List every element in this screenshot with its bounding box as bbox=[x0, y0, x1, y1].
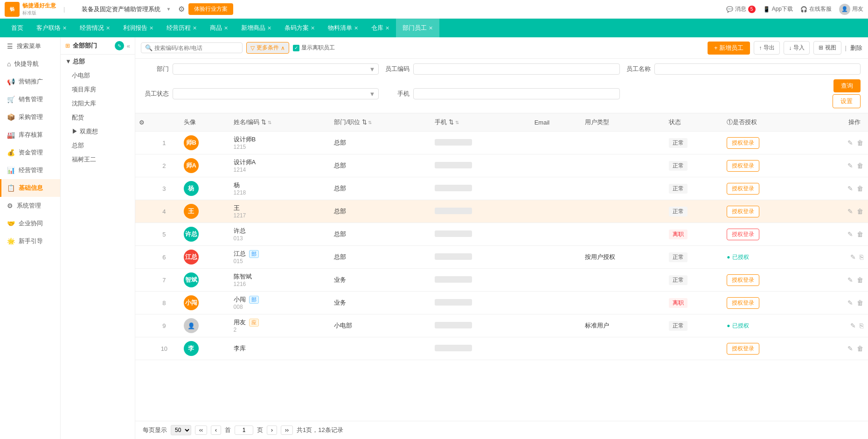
edit-button[interactable]: ✎ bbox=[847, 276, 853, 284]
settings-icon[interactable]: ⚙ bbox=[178, 5, 185, 14]
auth-button[interactable]: 授权登录 bbox=[727, 229, 759, 240]
query-button[interactable]: 查询 bbox=[833, 79, 861, 92]
emp-name-input[interactable] bbox=[654, 63, 861, 75]
sidebar-item-search[interactable]: ☰ 搜索菜单 bbox=[0, 37, 60, 55]
close-icon[interactable]: ✕ bbox=[385, 25, 389, 31]
dept-tree-item-fushu[interactable]: 福树王二 bbox=[61, 153, 135, 167]
delete-button[interactable]: 🗑 bbox=[857, 276, 863, 284]
first-page-btn[interactable]: ‹‹ bbox=[195, 425, 207, 435]
tab-goods[interactable]: 商品 ✕ bbox=[203, 19, 235, 37]
copy-button[interactable]: ⎘ bbox=[860, 322, 863, 329]
col-settings[interactable]: ⚙ bbox=[135, 113, 148, 132]
reset-button[interactable]: 设置 bbox=[833, 94, 861, 108]
search-input[interactable] bbox=[154, 45, 238, 51]
tab-warehouse[interactable]: 仓库 ✕ bbox=[365, 19, 396, 37]
more-options-btn[interactable]: | bbox=[845, 44, 847, 51]
sidebar-item-system[interactable]: ⚙ 系统管理 bbox=[0, 197, 60, 215]
tab-barcode[interactable]: 条码方案 ✕ bbox=[278, 19, 321, 37]
col-dept-pos[interactable]: 部门/职位 ⇅ bbox=[330, 113, 431, 132]
page-number-input[interactable] bbox=[235, 425, 253, 435]
tab-profit[interactable]: 利润报告 ✕ bbox=[117, 19, 160, 37]
close-icon[interactable]: ✕ bbox=[429, 25, 433, 31]
delete-button[interactable]: 🗑 bbox=[857, 230, 863, 238]
more-filter-btn[interactable]: ▽ 更多条件 ∧ bbox=[246, 42, 289, 54]
sidebar-item-finance[interactable]: 💰 资金管理 bbox=[0, 144, 60, 161]
row-auth[interactable]: 授权登录 bbox=[723, 132, 812, 154]
tab-operation[interactable]: 经营情况 ✕ bbox=[73, 19, 117, 37]
delete-button[interactable]: 🗑 bbox=[857, 162, 863, 169]
tab-history[interactable]: 经营历程 ✕ bbox=[160, 19, 203, 37]
auth-button[interactable]: 授权登录 bbox=[727, 183, 759, 195]
sidebar-item-sales[interactable]: 🛒 销售管理 bbox=[0, 91, 60, 108]
row-auth[interactable]: 授权登录 bbox=[723, 200, 812, 223]
add-employee-button[interactable]: + 新增员工 bbox=[708, 42, 750, 55]
trial-button[interactable]: 体验行业方案 bbox=[188, 3, 233, 15]
tab-add-goods[interactable]: 新增商品 ✕ bbox=[235, 19, 278, 37]
delete-button[interactable]: 🗑 bbox=[857, 345, 863, 352]
edit-button[interactable]: ✎ bbox=[847, 139, 853, 146]
message-btn[interactable]: 💬 消息 5 bbox=[726, 5, 756, 13]
tab-customer[interactable]: 客户联络 ✕ bbox=[30, 19, 73, 37]
close-icon[interactable]: ✕ bbox=[224, 25, 228, 31]
dept-tree-item-project[interactable]: 项目库房 bbox=[61, 83, 135, 97]
edit-button[interactable]: ✎ bbox=[847, 299, 853, 307]
dept-tree-item-headquarter[interactable]: ▼ 总部 bbox=[61, 55, 135, 69]
phone-input[interactable] bbox=[413, 88, 619, 99]
row-auth[interactable]: 授权登录 bbox=[723, 292, 812, 314]
delete-button[interactable]: 🗑 bbox=[857, 139, 863, 146]
close-icon[interactable]: ✕ bbox=[354, 25, 358, 31]
prev-page-btn[interactable]: ‹ bbox=[211, 425, 221, 435]
auth-button[interactable]: 授权登录 bbox=[727, 137, 759, 149]
online-service-btn[interactable]: 🎧 在线客服 bbox=[800, 5, 832, 13]
emp-code-input[interactable] bbox=[413, 63, 619, 75]
emp-status-select[interactable] bbox=[173, 88, 379, 99]
auth-button[interactable]: 授权登录 bbox=[727, 274, 759, 286]
dept-tree-item-shenyang[interactable]: 沈阳大库 bbox=[61, 97, 135, 111]
copy-button[interactable]: ⎘ bbox=[860, 253, 863, 261]
delete-btn[interactable]: 删除 bbox=[850, 44, 862, 52]
auth-button[interactable]: 授权登录 bbox=[727, 206, 759, 217]
row-auth[interactable]: 授权登录 bbox=[723, 337, 812, 360]
close-icon[interactable]: ✕ bbox=[106, 25, 110, 31]
edit-button[interactable]: ✎ bbox=[847, 208, 853, 215]
sidebar-item-basic[interactable]: 📋 基础信息 bbox=[0, 179, 60, 197]
sidebar-item-marketing[interactable]: 📢 营销推广 bbox=[0, 73, 60, 91]
sidebar-item-quick[interactable]: ⌂ 快捷导航 bbox=[0, 55, 60, 73]
edit-button[interactable]: ✎ bbox=[847, 162, 853, 169]
export-button[interactable]: ↑ 导出 bbox=[754, 41, 780, 55]
next-page-btn[interactable]: › bbox=[267, 425, 277, 435]
close-icon[interactable]: ✕ bbox=[193, 25, 197, 31]
close-icon[interactable]: ✕ bbox=[149, 25, 153, 31]
row-auth[interactable]: 授权登录 bbox=[723, 177, 812, 200]
auth-button[interactable]: 授权登录 bbox=[727, 343, 759, 355]
sidebar-item-enterprise[interactable]: 🤝 企业协同 bbox=[0, 215, 60, 232]
tab-employees[interactable]: 部门员工 ✕ bbox=[396, 19, 439, 37]
sidebar-item-guide[interactable]: 🌟 新手引导 bbox=[0, 232, 60, 250]
view-button[interactable]: ⊞ 视图 bbox=[813, 41, 841, 55]
row-auth[interactable]: 授权登录 bbox=[723, 269, 812, 292]
dept-tree-item-zongbu[interactable]: 总部 bbox=[61, 139, 135, 153]
edit-button[interactable]: ✎ bbox=[847, 185, 853, 192]
close-icon[interactable]: ✕ bbox=[311, 25, 315, 31]
tab-material[interactable]: 物料清单 ✕ bbox=[321, 19, 365, 37]
auth-button[interactable]: 授权登录 bbox=[727, 297, 759, 309]
app-download-btn[interactable]: 📱 App下载 bbox=[763, 5, 793, 13]
edit-button[interactable]: ✎ bbox=[847, 230, 853, 238]
last-page-btn[interactable]: ›› bbox=[281, 425, 293, 435]
tab-home[interactable]: 首页 bbox=[5, 19, 30, 37]
import-button[interactable]: ↓ 导入 bbox=[784, 41, 810, 55]
per-page-select[interactable]: 50 bbox=[171, 425, 191, 435]
row-auth[interactable]: 授权登录 bbox=[723, 154, 812, 177]
edit-button[interactable]: ✎ bbox=[850, 253, 856, 261]
close-icon[interactable]: ✕ bbox=[62, 25, 67, 31]
dept-collapse-icon[interactable]: « bbox=[127, 42, 130, 49]
sidebar-item-inventory[interactable]: 🏭 库存核算 bbox=[0, 126, 60, 144]
delete-button[interactable]: 🗑 bbox=[857, 208, 863, 215]
sidebar-item-operation[interactable]: 📊 经营管理 bbox=[0, 161, 60, 179]
dept-edit-icon[interactable]: ✎ bbox=[115, 41, 124, 50]
close-icon[interactable]: ✕ bbox=[267, 25, 271, 31]
sidebar-item-purchase[interactable]: 📦 采购管理 bbox=[0, 108, 60, 126]
edit-button[interactable]: ✎ bbox=[847, 345, 853, 352]
dept-tree-item-distribution[interactable]: 配货 bbox=[61, 111, 135, 125]
dept-select[interactable] bbox=[173, 63, 379, 75]
